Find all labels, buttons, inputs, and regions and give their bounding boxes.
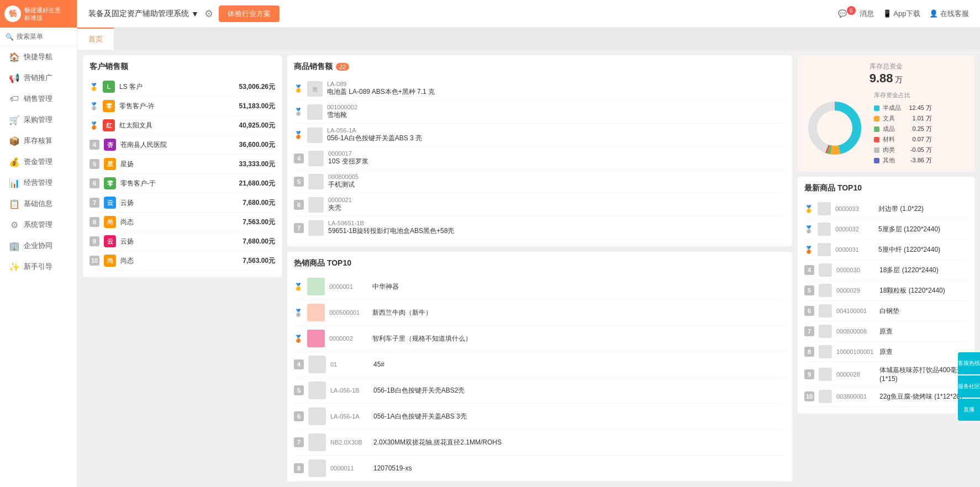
management-icon: 📊 — [9, 178, 19, 188]
svg-rect-10 — [307, 330, 325, 347]
prod-thumb-4 — [308, 151, 324, 166]
rank-item-10: 10 尚 尚态 7,563.00元 — [89, 251, 275, 271]
new-prod-thumb-4 — [819, 263, 832, 277]
hot-medal-1: 🥇 — [294, 283, 303, 291]
rank-avatar-5: 星 — [104, 158, 116, 170]
sidebar-item-management[interactable]: 📊 经营管理 — [0, 172, 77, 193]
prod-medal-3: 🥉 — [294, 131, 303, 139]
float-btn-community[interactable]: 服务社区 — [958, 375, 980, 398]
rank-avatar-9: 云 — [104, 235, 116, 247]
hot-prod-7: 7 NB2.0X30B 2.0X30MM双搓花轴,搓花直径2.1MM/ROHS — [294, 430, 786, 456]
sidebar-item-inventory[interactable]: 📦 库存核算 — [0, 130, 77, 151]
sidebar: 畅 畅捷通好生意 标准版 🔍 搜索菜单 🏠 快捷导航 📢 营销推广 🏷 销售管理… — [0, 0, 77, 487]
prod-rank-6: 6 0000021 夹壳 — [294, 193, 786, 216]
inventory-total: 库存总资金 9.88 万 — [804, 62, 968, 86]
float-buttons: 客服热线 服务社区 直播 — [958, 352, 980, 421]
logo-text: 畅捷通好生意 标准版 — [24, 6, 61, 22]
rank-avatar-3: 红 — [103, 119, 115, 131]
svg-rect-4 — [308, 151, 324, 166]
hot-prod-5: 5 LA-056-1B 056-1B白色按键开关壳ABS2壳 — [294, 378, 786, 404]
legend-item-material: 材料 0.07 万 — [874, 135, 932, 144]
rank-avatar-1: L — [103, 81, 115, 93]
rank-item-5: 5 星 星扬 33,333.00元 — [89, 155, 275, 174]
hot-products-card: 热销商品 TOP10 🥇 0000001 中华神器 🥈 000500001 — [287, 252, 792, 481]
new-prod-4: 4 0000030 18多层 (1220*2440) — [804, 260, 968, 280]
rank-avatar-2: 零 — [103, 100, 115, 112]
hot-prod-8: 8 0000011 12070519-xs — [294, 456, 786, 481]
rank-item-1: 🥇 L LS 客户 53,006.26元 — [89, 77, 275, 97]
tab-home[interactable]: 首页 — [77, 28, 114, 50]
rank-avatar-6: 零 — [104, 177, 116, 189]
trial-btn[interactable]: 体验行业方案 — [219, 6, 280, 22]
hot-medal-2: 🥈 — [294, 309, 303, 317]
hot-prod-thumb-1 — [307, 278, 325, 295]
new-prod-9: 9 0000028 体城嘉枝味苏打饮品400毫升 (1*15) — [804, 362, 968, 387]
prod-rank-3: 🥉 LA-056-1A 056-1A白色按键开关盖ABS 3 亮 — [294, 124, 786, 147]
prod-medal-2: 🥈 — [294, 108, 303, 116]
new-prod-thumb-6 — [819, 304, 832, 317]
new-prod-thumb-1 — [818, 202, 831, 215]
online-service-item[interactable]: 👤 在线客服 — [929, 9, 969, 19]
hot-prod-6: 6 LA-056-1A 056-1A白色按键开关盖ABS 3壳 — [294, 404, 786, 430]
float-btn-service[interactable]: 客服热线 — [958, 352, 980, 374]
message-item[interactable]: 💬 6 消息 — [838, 9, 874, 19]
medal-silver-icon: 🥈 — [89, 102, 98, 110]
sidebar-item-finance[interactable]: 💰 资金管理 — [0, 151, 77, 172]
sidebar-item-system[interactable]: ⚙ 系统管理 — [0, 214, 77, 235]
system-name-dropdown[interactable]: 装备及固定资产辅助管理系统 ▼ — [88, 9, 199, 19]
svg-rect-9 — [307, 304, 325, 321]
hot-prod-thumb-3 — [307, 330, 325, 347]
hot-prod-thumb-2 — [307, 304, 325, 321]
sidebar-item-quicknav[interactable]: 🏠 快捷导航 — [0, 46, 77, 67]
product-sales-rank-header: 商品销售额 22 — [294, 62, 786, 72]
prod-rank-2: 🥈 001000002 雪地靴 — [294, 100, 786, 124]
page-tabs: 首页 — [77, 28, 980, 50]
sidebar-item-basic[interactable]: 📋 基础信息 — [0, 193, 77, 214]
topbar-right: 💬 6 消息 📱 App下载 👤 在线客服 — [838, 9, 969, 19]
customer-rank-title: 客户销售额 — [89, 62, 275, 72]
hot-prod-thumb-4 — [308, 356, 326, 373]
rank-avatar-7: 云 — [104, 197, 116, 209]
svg-rect-8 — [307, 278, 325, 295]
hot-medal-3: 🥉 — [294, 335, 303, 343]
new-products-title: 最新商品 TOP10 — [804, 183, 968, 193]
svg-rect-3 — [307, 128, 323, 143]
new-prod-thumb-9 — [819, 368, 832, 381]
sidebar-item-guide[interactable]: ✨ 新手引导 — [0, 256, 77, 277]
prod-thumb-7 — [308, 220, 324, 236]
rank-item-6: 6 零 零售客户-于 21,680.00元 — [89, 174, 275, 193]
hot-prod-1: 🥇 0000001 中华神器 — [294, 274, 786, 300]
medal-gold-icon: 🥇 — [89, 83, 98, 91]
main-content: 装备及固定资产辅助管理系统 ▼ ⚙ 体验行业方案 💬 6 消息 📱 App下载 … — [77, 0, 980, 487]
sidebar-item-sales[interactable]: 🏷 销售管理 — [0, 88, 77, 109]
new-prod-thumb-8 — [819, 345, 832, 358]
app-download-item[interactable]: 📱 App下载 — [883, 9, 920, 19]
message-icon: 💬 — [838, 9, 847, 18]
svg-rect-7 — [308, 220, 324, 236]
finance-icon: 💰 — [9, 157, 19, 167]
sidebar-item-collab[interactable]: 🏢 企业协同 — [0, 235, 77, 256]
page-body: 客户销售额 🥇 L LS 客户 53,006.26元 🥈 零 零售客户-许 51… — [77, 50, 980, 487]
inventory-icon: 📦 — [9, 136, 19, 146]
prod-rank-5: 5 000800005 手机测试 — [294, 170, 786, 193]
gear-icon[interactable]: ⚙ — [204, 8, 213, 20]
rank-item-7: 7 云 云扬 7,680.00元 — [89, 193, 275, 213]
search-menu[interactable]: 🔍 搜索菜单 — [0, 28, 77, 46]
sidebar-item-marketing[interactable]: 📢 营销推广 — [0, 67, 77, 88]
legend-item-stationery: 文具 1.01 万 — [874, 114, 932, 123]
float-btn-live[interactable]: 直播 — [958, 399, 980, 421]
medal-bronze-icon: 🥉 — [89, 121, 98, 130]
donut-chart-container: 库存资金占比 半成品 12.45 万 文具 1.01 万 — [804, 91, 968, 165]
prod-rank-4: 4 0000017 10S 变扭罗浆 — [294, 147, 786, 170]
hot-prod-thumb-7 — [308, 433, 326, 451]
prod-thumb-6 — [308, 197, 324, 213]
svg-rect-6 — [308, 197, 324, 213]
sidebar-item-purchase[interactable]: 🛒 采购管理 — [0, 109, 77, 130]
topbar: 装备及固定资产辅助管理系统 ▼ ⚙ 体验行业方案 💬 6 消息 📱 App下载 … — [77, 0, 980, 28]
donut-chart — [804, 98, 865, 158]
new-prod-thumb-10 — [819, 390, 832, 403]
rank-avatar-10: 尚 — [104, 255, 116, 267]
system-icon: ⚙ — [9, 220, 19, 230]
prod-thumb-2 — [307, 104, 323, 120]
left-column: 客户销售额 🥇 L LS 客户 53,006.26元 🥈 零 零售客户-许 51… — [83, 55, 282, 481]
